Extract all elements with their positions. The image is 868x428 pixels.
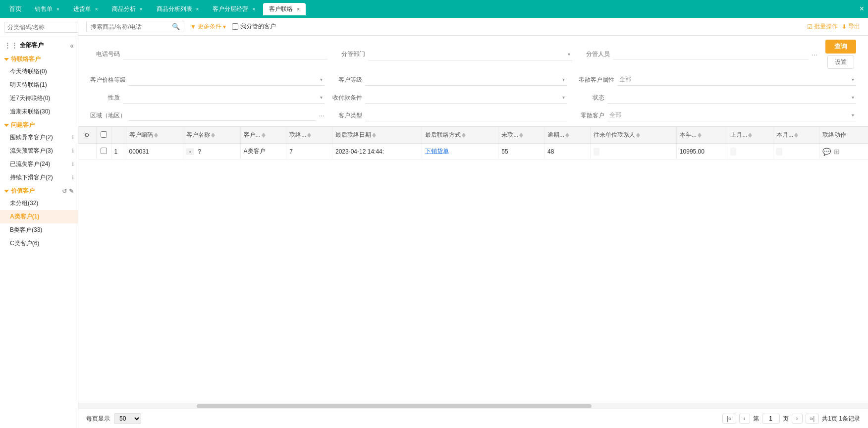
select-all-checkbox[interactable] — [101, 131, 107, 138]
phone-input[interactable] — [123, 49, 327, 59]
sidebar-all-customers[interactable]: ⋮⋮ 全部客户 — [4, 41, 44, 50]
sidebar-search-input[interactable] — [4, 22, 78, 33]
sidebar-item-ungroup[interactable]: 未分组(32) — [0, 197, 78, 210]
close-icon[interactable]: × — [56, 6, 59, 12]
row-overdue: 48 — [544, 144, 591, 160]
sidebar-item-churned[interactable]: 已流失客户(24) ℹ — [0, 158, 78, 171]
chat-icon[interactable]: 💬 — [822, 148, 831, 156]
search-input[interactable] — [91, 23, 170, 30]
adv-cell-person: 分管人员 ··· — [576, 48, 821, 61]
page-size-select[interactable]: 50 100 200 — [114, 413, 141, 424]
region-more-icon[interactable]: ··· — [319, 111, 325, 119]
my-customers-filter[interactable]: 我分管的客户 — [232, 22, 276, 31]
nav-tab-segmentation[interactable]: 客户分层经营 × — [207, 3, 261, 15]
nav-home[interactable]: 首页 — [4, 2, 27, 15]
sort-icon — [748, 133, 752, 138]
sidebar-item-7days[interactable]: 近7天待联络(0) — [0, 92, 78, 105]
row-not-contact: 55 — [498, 144, 544, 160]
price-level-select[interactable]: ▾ — [129, 74, 325, 86]
sidebar-group-pending[interactable]: 待联络客户 — [0, 53, 78, 65]
sidebar-item-tomorrow[interactable]: 明天待联络(1) — [0, 78, 78, 92]
close-icon[interactable]: × — [95, 6, 98, 12]
search-icon[interactable]: 🔍 — [172, 23, 180, 30]
sidebar-item-overdue[interactable]: 逾期未联络(30) — [0, 105, 78, 118]
export-button[interactable]: ⬇ 导出 — [842, 22, 860, 31]
sidebar-item-churn-warning[interactable]: 流失预警客户(3) ℹ — [0, 144, 78, 158]
cust-type-select[interactable] — [365, 109, 567, 121]
query-button[interactable]: 查询 — [825, 40, 856, 54]
page-number-input[interactable] — [762, 414, 780, 424]
refresh-icon[interactable]: ↺ — [62, 188, 67, 195]
table-header-row: ⚙ 客户编码 — [78, 127, 868, 144]
col-name[interactable]: 客户名称 — [183, 127, 241, 144]
col-last-method[interactable]: 最后联络方式 — [422, 127, 498, 144]
nav-tab-analysis-list[interactable]: 商品分析列表 × — [151, 3, 205, 15]
sidebar-item-today[interactable]: 今天待联络(0) — [0, 65, 78, 78]
region-input[interactable] — [129, 110, 316, 121]
name-placeholder: ▪ — [186, 148, 194, 155]
grid-action-icon[interactable]: ⊞ — [834, 148, 840, 156]
region-label: 区域（地区） — [90, 111, 126, 120]
nature-select[interactable]: ▾ — [123, 92, 325, 104]
retail-attr-select[interactable]: 全部 ▾ — [617, 74, 856, 86]
close-all-button[interactable]: × — [860, 4, 864, 13]
nav-tab-purchase[interactable]: 进货单 × — [67, 3, 104, 15]
col-overdue[interactable]: 逾期... — [544, 127, 591, 144]
status-select[interactable]: ▾ — [607, 92, 856, 104]
last-method-link[interactable]: 下销货单 — [425, 148, 449, 155]
col-settings[interactable]: ⚙ — [78, 127, 96, 144]
sidebar-item-b-class[interactable]: B类客户(33) — [0, 223, 78, 237]
payment-select[interactable]: ▾ — [365, 92, 567, 104]
close-icon[interactable]: × — [252, 6, 255, 12]
col-unit-contact[interactable]: 往来单位联系人 — [590, 127, 676, 144]
adv-cell-cust-level: 客户等级 ▾ — [328, 73, 571, 87]
retail-select[interactable]: 全部 ▾ — [607, 109, 856, 121]
sidebar-group-problem[interactable]: 问题客户 — [0, 118, 78, 131]
table-row: 1 000031 ▪ ? A类客户 7 2023-04-12 14:44: 下销… — [78, 144, 868, 160]
col-this-month[interactable]: 本月... — [773, 127, 819, 144]
sort-icon — [307, 133, 311, 138]
first-page-button[interactable]: |« — [722, 414, 736, 424]
sidebar-item-a-class[interactable]: A类客户(1) — [0, 210, 78, 223]
prev-page-button[interactable]: ‹ — [739, 414, 750, 424]
edit-icon[interactable]: ✎ — [69, 188, 74, 195]
nav-tab-sales[interactable]: 销售单 × — [29, 3, 65, 15]
col-contact-count[interactable]: 联络... — [286, 127, 332, 144]
sidebar-item-hoarding[interactable]: 囤购异常客户(2) ℹ — [0, 131, 78, 144]
col-this-year[interactable]: 本年... — [676, 127, 727, 144]
person-more-icon[interactable]: ··· — [812, 51, 817, 58]
sidebar-item-c-class[interactable]: C类客户(6) — [0, 237, 78, 250]
sidebar-collapse-button[interactable]: « — [70, 42, 74, 50]
col-code[interactable]: 客户编码 — [126, 127, 183, 144]
col-last-month[interactable]: 上月... — [727, 127, 773, 144]
info-icon: ℹ — [72, 174, 74, 181]
person-input[interactable] — [613, 49, 809, 59]
horizontal-scrollbar[interactable] — [78, 403, 868, 409]
batch-op-button[interactable]: ☑ 批量操作 — [807, 22, 838, 31]
close-icon[interactable]: × — [297, 6, 300, 12]
col-last-date[interactable]: 最后联络日期 — [332, 127, 422, 144]
row-last-method[interactable]: 下销货单 — [422, 144, 498, 160]
close-icon[interactable]: × — [196, 6, 199, 12]
settings-button[interactable]: 设置 — [827, 55, 854, 69]
row-actions: 💬 ⊞ — [822, 148, 865, 156]
sidebar-item-declining[interactable]: 持续下滑客户(2) ℹ — [0, 171, 78, 184]
col-not-contact[interactable]: 未联... — [498, 127, 544, 144]
scrollbar-thumb[interactable] — [197, 404, 592, 408]
row-gear — [78, 144, 96, 160]
sidebar-group-value[interactable]: 价值客户 ↺ ✎ — [0, 184, 78, 197]
my-customers-checkbox[interactable] — [232, 23, 238, 30]
last-page-button[interactable]: »| — [806, 414, 819, 424]
cust-level-select[interactable]: ▾ — [365, 74, 567, 86]
next-page-button[interactable]: › — [792, 414, 803, 424]
more-filters-button[interactable]: ▼ 更多条件 ▾ — [190, 22, 226, 31]
nav-tab-contact[interactable]: 客户联络 × — [263, 3, 306, 15]
retail-label: 零散客户 — [575, 111, 604, 120]
nav-tab-analysis[interactable]: 商品分析 × — [106, 3, 149, 15]
dept-select[interactable]: ▾ — [368, 49, 573, 60]
close-icon[interactable]: × — [140, 6, 143, 12]
chevron-down-icon: ▾ — [223, 23, 226, 30]
col-level[interactable]: 客户... — [240, 127, 286, 144]
row-name[interactable]: ▪ ? — [183, 144, 241, 160]
row-checkbox[interactable] — [101, 148, 107, 154]
